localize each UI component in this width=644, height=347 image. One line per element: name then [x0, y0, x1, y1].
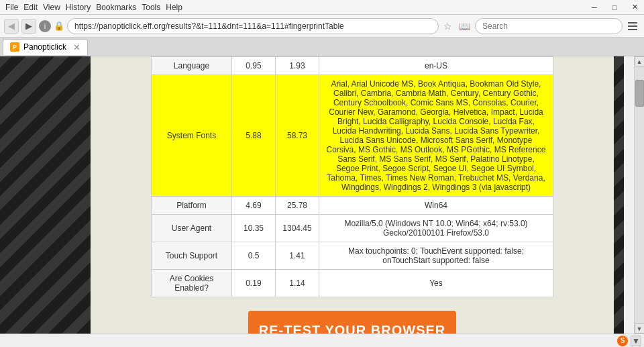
lock-icon: 🔒 — [54, 21, 64, 31]
status-bar: S ▼ — [0, 334, 644, 347]
row-bits2: 1304.45 — [276, 215, 319, 242]
hamburger-menu[interactable] — [625, 19, 640, 34]
page-down-button[interactable]: ▼ — [631, 336, 641, 346]
info-button[interactable]: i — [39, 20, 51, 32]
reader-icon[interactable]: 📖 — [457, 21, 472, 32]
close-button[interactable]: ✕ — [625, 0, 644, 15]
menu-bookmarks[interactable]: Bookmarks — [93, 1, 139, 13]
row-bits1: 4.69 — [232, 197, 276, 215]
row-bits2: 1.93 — [276, 57, 319, 75]
left-panel — [0, 56, 91, 334]
row-value: Max touchpoints: 0; TouchEvent supported… — [319, 242, 553, 270]
status-icon: S — [617, 336, 628, 346]
retest-button[interactable]: RE-TEST YOUR BROWSER — [248, 311, 456, 334]
menu-tools[interactable]: Tools — [139, 1, 163, 13]
minimize-button[interactable]: ─ — [585, 0, 604, 15]
row-bits2: 58.73 — [276, 75, 319, 197]
table-row: Are Cookies Enabled?0.191.14Yes — [152, 270, 553, 297]
row-label: User Agent — [152, 215, 232, 242]
url-bar[interactable] — [67, 18, 439, 34]
table-row: Platform4.6925.78Win64 — [152, 197, 553, 215]
menu-bar: File Edit View History Bookmarks Tools H… — [0, 0, 644, 15]
tab-favicon: P — [10, 42, 19, 52]
table-row: Language0.951.93en-US — [152, 57, 553, 75]
zebra-left — [0, 56, 91, 334]
tab-bar: P Panopticlick ✕ — [0, 38, 644, 56]
row-value: Mozilla/5.0 (Windows NT 10.0; Win64; x64… — [319, 215, 553, 242]
scroll-thumb[interactable] — [635, 80, 644, 107]
row-label: Touch Support — [152, 242, 232, 270]
row-bits2: 25.78 — [276, 197, 319, 215]
row-label: System Fonts — [152, 75, 232, 197]
row-bits2: 1.41 — [276, 242, 319, 270]
row-label: Are Cookies Enabled? — [152, 270, 232, 297]
active-tab[interactable]: P Panopticlick ✕ — [3, 39, 88, 55]
row-bits1: 0.95 — [232, 57, 276, 75]
scrollbar: ▲ ▼ — [634, 56, 644, 334]
row-value: Yes — [319, 270, 553, 297]
row-bits1: 0.5 — [232, 242, 276, 270]
back-button[interactable]: ◀ — [4, 19, 19, 34]
browser-frame: File Edit View History Bookmarks Tools H… — [0, 0, 644, 347]
window-controls: ─ □ ✕ — [585, 0, 644, 15]
search-input[interactable] — [475, 18, 623, 34]
bookmark-icon[interactable]: ☆ — [441, 21, 454, 32]
menu-history[interactable]: History — [63, 1, 93, 13]
menu-view[interactable]: View — [40, 1, 63, 13]
row-bits2: 1.14 — [276, 270, 319, 297]
row-bits1: 5.88 — [232, 75, 276, 197]
forward-button[interactable]: ▶ — [21, 19, 36, 34]
toolbar: ◀ ▶ i 🔒 ☆ 📖 — [0, 15, 644, 38]
tab-label: Panopticlick — [23, 42, 66, 52]
row-value: Arial, Arial Unicode MS, Book Antiqua, B… — [319, 75, 553, 197]
row-bits1: 10.35 — [232, 215, 276, 242]
table-row: User Agent10.351304.45Mozilla/5.0 (Windo… — [152, 215, 553, 242]
scroll-down-button[interactable]: ▼ — [635, 324, 645, 334]
row-bits1: 0.19 — [232, 270, 276, 297]
table-row: Touch Support0.51.41Max touchpoints: 0; … — [152, 242, 553, 270]
content-area: Language0.951.93en-USSystem Fonts5.8858.… — [0, 56, 644, 334]
zebra-right — [614, 56, 624, 334]
maximize-button[interactable]: □ — [605, 0, 624, 15]
menu-file[interactable]: File — [3, 1, 21, 13]
right-panel — [614, 56, 624, 334]
main-content: Language0.951.93en-USSystem Fonts5.8858.… — [91, 56, 614, 334]
scroll-up-button[interactable]: ▲ — [635, 56, 645, 66]
row-label: Language — [152, 57, 232, 75]
fingerprint-table: Language0.951.93en-USSystem Fonts5.8858.… — [151, 56, 553, 297]
right-chrome — [614, 56, 634, 334]
scroll-track — [635, 66, 645, 324]
menu-edit[interactable]: Edit — [21, 1, 40, 13]
tab-close-button[interactable]: ✕ — [73, 42, 80, 52]
row-label: Platform — [152, 197, 232, 215]
row-value: Win64 — [319, 197, 553, 215]
table-row: System Fonts5.8858.73Arial, Arial Unicod… — [152, 75, 553, 197]
menu-help[interactable]: Help — [163, 1, 185, 13]
row-value: en-US — [319, 57, 553, 75]
menu-items-row: File Edit View History Bookmarks Tools H… — [0, 1, 185, 13]
